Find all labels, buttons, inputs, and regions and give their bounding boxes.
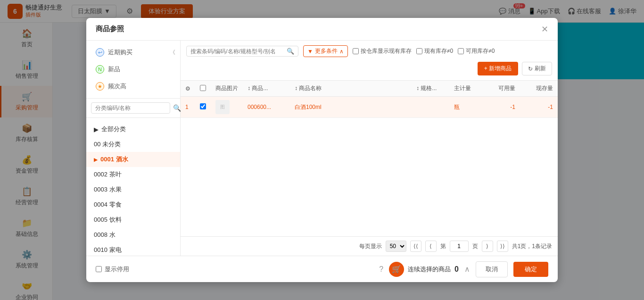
row-checkbox[interactable] bbox=[200, 103, 206, 109]
row-checkbox-cell bbox=[195, 97, 211, 118]
category-label: 0005 饮料 bbox=[94, 216, 122, 224]
page-number-input[interactable] bbox=[450, 241, 469, 252]
quick-item-recent[interactable]: ↩ 近期购买 bbox=[91, 45, 137, 59]
quick-item-frequent[interactable]: ★ 频次高 bbox=[91, 79, 175, 93]
toolbar-right: + 新增商品 ↻ 刷新 bbox=[478, 62, 552, 75]
product-search-bar: 🔍 bbox=[186, 46, 298, 57]
page-label-end: 页 bbox=[472, 242, 478, 250]
category-item-00[interactable]: 00 未分类 bbox=[86, 137, 180, 152]
more-filter-button[interactable]: ▼ 更多条件 ∧ bbox=[303, 45, 348, 57]
cancel-button[interactable]: 取消 bbox=[476, 261, 508, 277]
check-label: 现有库存≠0 bbox=[424, 47, 453, 55]
modal-overlay: 商品参照 ✕ ↩ 近期购买 《 N 新品 bbox=[0, 0, 644, 300]
category-item-0010[interactable]: 0010 家电 bbox=[86, 242, 180, 256]
cart-count: 0 bbox=[454, 265, 459, 274]
category-item-0008[interactable]: 0008 水 bbox=[86, 227, 180, 242]
sort-icon: ↕ bbox=[248, 85, 250, 92]
quick-item-label: 近期购买 bbox=[108, 48, 132, 57]
cart-button[interactable]: 🛒 bbox=[389, 262, 404, 277]
prev-page-button[interactable]: ⟨ bbox=[425, 241, 437, 252]
check-nonzero-stock[interactable]: 现有库存≠0 bbox=[416, 47, 453, 55]
checkbox-warehouse[interactable] bbox=[353, 48, 359, 54]
page-label: 第 bbox=[440, 242, 446, 250]
first-page-button[interactable]: ⟨⟨ bbox=[410, 241, 421, 252]
new-icon: N bbox=[96, 65, 104, 74]
search-icon[interactable]: 🔍 bbox=[287, 48, 294, 55]
category-item-0001[interactable]: ▶ 0001 酒水 bbox=[86, 152, 180, 167]
modal-footer: 显示停用 ? 🛒 连续选择的商品 0 ∧ 取消 确定 bbox=[86, 256, 558, 282]
row-unit: 瓶 bbox=[449, 97, 482, 118]
last-page-button[interactable]: ⟩⟩ bbox=[497, 241, 508, 252]
collapse-panel-button[interactable]: 《 bbox=[170, 49, 175, 57]
display-disabled-label: 显示停用 bbox=[105, 265, 129, 274]
left-panel: ↩ 近期购买 《 N 新品 ★ 频次高 bbox=[86, 41, 181, 256]
category-item-all[interactable]: ▶ 全部分类 bbox=[86, 122, 180, 137]
per-page-label: 每页显示 bbox=[359, 242, 382, 250]
col-unit-header: 主计量 bbox=[449, 81, 482, 97]
category-search-icon[interactable]: 🔍 bbox=[173, 104, 181, 112]
modal-title: 商品参照 bbox=[96, 25, 124, 33]
per-page-select[interactable]: 50 bbox=[386, 241, 406, 252]
refresh-icon: ↻ bbox=[528, 66, 533, 72]
collapse-footer-button[interactable]: ∧ bbox=[464, 265, 470, 274]
cart-area: 🛒 连续选择的商品 0 bbox=[389, 262, 459, 277]
product-table: ⚙ 商品图片 ↕ 商品... ↕ bbox=[181, 81, 558, 118]
modal-body: ↩ 近期购买 《 N 新品 ★ 频次高 bbox=[86, 41, 558, 256]
add-product-button[interactable]: + 新增商品 bbox=[478, 62, 518, 75]
recent-icon: ↩ bbox=[96, 48, 104, 57]
check-label: 按仓库显示现有库存 bbox=[361, 47, 412, 55]
category-search-row: 🔍 bbox=[86, 99, 180, 118]
check-label: 可用库存≠0 bbox=[466, 47, 495, 55]
col-setting: ⚙ bbox=[181, 81, 195, 97]
quick-filters: ↩ 近期购买 《 N 新品 ★ 频次高 bbox=[86, 41, 180, 99]
modal-close-button[interactable]: ✕ bbox=[541, 24, 548, 34]
filter-label: 更多条件 bbox=[315, 47, 338, 55]
row-img-cell: 图 bbox=[211, 97, 243, 118]
category-label: 0002 茶叶 bbox=[94, 170, 122, 179]
category-item-0004[interactable]: 0004 零食 bbox=[86, 197, 180, 212]
col-spec-header[interactable]: ↕ 规格... bbox=[412, 81, 449, 97]
select-all-checkbox[interactable] bbox=[200, 85, 206, 91]
toolbar: 🔍 ▼ 更多条件 ∧ 按仓库显示现有库存 现有库存≠0 bbox=[181, 41, 558, 81]
footer-center: ? 🛒 连续选择的商品 0 ∧ bbox=[379, 262, 470, 277]
row-name: 白酒100ml bbox=[290, 97, 412, 118]
sort-icon: ↕ bbox=[416, 85, 419, 92]
category-item-0005[interactable]: 0005 饮料 bbox=[86, 212, 180, 227]
product-image: 图 bbox=[215, 100, 230, 114]
checkbox-available[interactable] bbox=[458, 48, 464, 54]
confirm-button[interactable]: 确定 bbox=[513, 262, 548, 277]
cart-label: 连续选择的商品 bbox=[408, 265, 451, 274]
col-code-header[interactable]: ↕ 商品... bbox=[243, 81, 290, 97]
product-reference-modal: 商品参照 ✕ ↩ 近期购买 《 N 新品 bbox=[86, 18, 558, 282]
filter-icon: ▼ bbox=[307, 48, 313, 55]
help-icon[interactable]: ? bbox=[379, 265, 383, 274]
display-disabled-checkbox[interactable] bbox=[96, 266, 102, 272]
category-label: 0008 水 bbox=[94, 231, 116, 239]
refresh-button[interactable]: ↻ 刷新 bbox=[522, 62, 552, 75]
arrow-icon: ▶ bbox=[94, 126, 99, 133]
col-avail-header: 可用量 bbox=[482, 81, 520, 97]
modal-header: 商品参照 ✕ bbox=[86, 18, 558, 41]
category-label: 0010 家电 bbox=[94, 246, 122, 254]
next-page-button[interactable]: ⟩ bbox=[482, 241, 493, 252]
category-label: 00 未分类 bbox=[94, 140, 121, 149]
check-available-stock[interactable]: 可用库存≠0 bbox=[458, 47, 495, 55]
checkbox-nonzero[interactable] bbox=[416, 48, 422, 54]
quick-item-new[interactable]: N 新品 bbox=[91, 62, 175, 76]
col-checkbox bbox=[195, 81, 211, 97]
col-name-header[interactable]: ↕ 商品名称 bbox=[290, 81, 412, 97]
refresh-label: 刷新 bbox=[535, 65, 546, 73]
table-row[interactable]: 1 图 000600... bbox=[181, 97, 558, 118]
row-spec bbox=[412, 97, 449, 118]
quick-item-label: 频次高 bbox=[108, 82, 126, 91]
product-search-input[interactable] bbox=[190, 48, 285, 55]
row-avail: -1 bbox=[482, 97, 520, 118]
category-item-0003[interactable]: 0003 水果 bbox=[86, 182, 180, 197]
row-setting: 1 bbox=[181, 97, 195, 118]
pagination: 每页显示 50 ⟨⟨ ⟨ 第 页 ⟩ ⟩⟩ 共1页，1条记录 bbox=[181, 236, 558, 256]
category-label: 0004 零食 bbox=[94, 200, 122, 209]
check-warehouse-stock[interactable]: 按仓库显示现有库存 bbox=[353, 47, 412, 55]
sort-icon: ↕ bbox=[295, 85, 297, 92]
category-search-input[interactable] bbox=[91, 102, 170, 114]
category-item-0002[interactable]: 0002 茶叶 bbox=[86, 167, 180, 182]
